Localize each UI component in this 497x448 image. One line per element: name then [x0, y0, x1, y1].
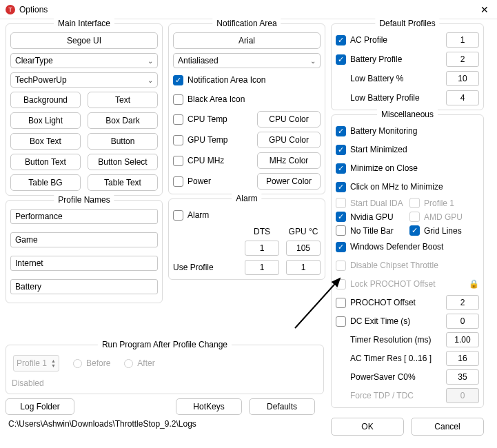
button-select-button[interactable]: Button Select — [88, 154, 158, 170]
render-mode-select[interactable]: ClearType ⌄ — [10, 53, 158, 68]
no-title-bar-checkbox[interactable] — [336, 225, 346, 236]
ac-timer-res-label: AC Timer Res [ 0..16 ] — [350, 354, 442, 363]
profile-4-input[interactable]: Battery — [10, 279, 158, 294]
group-title: Default Profiles — [375, 19, 439, 28]
timer-resolution-label: Timer Resolution (ms) — [350, 335, 442, 345]
hotkeys-button[interactable]: HotKeys — [176, 398, 242, 415]
chevron-down-icon: ⌄ — [148, 77, 153, 84]
start-minimized-label: Start Minimized — [350, 145, 407, 154]
ok-button[interactable]: OK — [331, 418, 404, 436]
use-profile-dts-input[interactable]: 1 — [245, 260, 279, 275]
group-title: Notification Area — [212, 19, 281, 28]
dc-exit-time-input[interactable]: 0 — [446, 314, 479, 329]
group-title: Miscellaneous — [377, 110, 438, 119]
cancel-button[interactable]: Cancel — [411, 418, 484, 436]
close-icon[interactable]: ✕ — [478, 4, 491, 15]
table-text-button[interactable]: Table Text — [88, 174, 158, 191]
amd-gpu-label: AMD GPU — [424, 212, 463, 222]
powersaver-c0-input[interactable]: 35 — [446, 369, 479, 385]
miscellaneous-group: Miscellaneous Battery Monitoring Start M… — [331, 114, 484, 408]
battery-profile-input[interactable]: 2 — [446, 52, 479, 67]
prochot-offset-label: PROCHOT Offset — [350, 298, 442, 307]
chevron-down-icon: ⌄ — [148, 57, 153, 65]
na-render-select[interactable]: Antialiased ⌄ — [173, 53, 321, 68]
box-dark-button[interactable]: Box Dark — [88, 112, 158, 129]
ac-profile-input[interactable]: 1 — [446, 32, 479, 48]
main-interface-group: Main Interface Segoe UI ClearType ⌄ Tech… — [6, 23, 163, 196]
ac-profile-checkbox[interactable] — [336, 35, 346, 45]
low-battery-pct-label: Low Battery % — [350, 74, 442, 83]
disable-chipset-throttle-label: Disable Chipset Throttle — [350, 261, 438, 270]
na-icon-label: Notification Area Icon — [187, 75, 265, 85]
prochot-offset-checkbox[interactable] — [336, 298, 346, 308]
start-minimized-checkbox[interactable] — [336, 145, 346, 155]
log-folder-button[interactable]: Log Folder — [6, 398, 74, 415]
font-button[interactable]: Segoe UI — [10, 32, 158, 49]
button-text-button[interactable]: Button Text — [10, 154, 81, 170]
group-title: Profile Names — [54, 195, 114, 205]
after-radio — [124, 359, 133, 368]
profile-2-input[interactable]: Game — [10, 232, 158, 247]
gpu-temp-label: GPU Temp — [187, 135, 227, 145]
na-icon-checkbox[interactable] — [173, 75, 183, 85]
click-mhz-minimize-label: Click on MHz to Minimize — [350, 182, 443, 192]
lock-prochot-offset-checkbox — [336, 279, 346, 289]
profile-spinner-value: Profile 1 — [17, 358, 47, 368]
dc-exit-time-checkbox[interactable] — [336, 316, 346, 327]
cpu-temp-checkbox[interactable] — [173, 114, 183, 125]
button-color-button[interactable]: Button — [88, 133, 158, 150]
profile-1-input[interactable]: Performance — [10, 209, 158, 224]
powersaver-c0-label: PowerSaver C0% — [350, 372, 442, 382]
app-icon: T — [6, 5, 15, 14]
theme-select[interactable]: TechPowerUp ⌄ — [10, 72, 158, 88]
box-text-button[interactable]: Box Text — [10, 133, 81, 150]
prochot-offset-input[interactable]: 2 — [446, 295, 479, 310]
dts-header: DTS — [245, 227, 279, 236]
use-profile-label: Use Profile — [173, 263, 238, 272]
grid-lines-checkbox[interactable] — [409, 225, 420, 236]
na-font-button[interactable]: Arial — [173, 32, 321, 49]
gpu-c-input[interactable]: 105 — [286, 241, 321, 256]
nvidia-gpu-checkbox[interactable] — [336, 212, 346, 222]
profile-3-input[interactable]: Internet — [10, 256, 158, 271]
before-radio — [73, 359, 82, 368]
background-button[interactable]: Background — [10, 92, 81, 108]
defaults-button[interactable]: Defaults — [249, 398, 315, 415]
alarm-checkbox[interactable] — [173, 210, 183, 221]
cpu-color-button[interactable]: CPU Color — [257, 111, 321, 128]
group-title: Main Interface — [54, 19, 114, 28]
profile-names-group: Profile Names Performance Game Internet … — [6, 200, 163, 303]
battery-monitoring-label: Battery Monitoring — [350, 126, 417, 136]
lock-prochot-offset-label: Lock PROCHOT Offset — [350, 279, 465, 289]
battery-monitoring-checkbox[interactable] — [336, 126, 346, 136]
box-light-button[interactable]: Box Light — [10, 112, 81, 129]
select-value: TechPowerUp — [15, 75, 67, 85]
ac-timer-res-input[interactable]: 16 — [446, 351, 479, 366]
timer-resolution-input[interactable]: 1.00 — [446, 332, 479, 347]
ac-profile-label: AC Profile — [350, 35, 442, 45]
power-checkbox[interactable] — [173, 176, 183, 187]
cpu-mhz-checkbox[interactable] — [173, 156, 183, 166]
amd-gpu-checkbox — [409, 212, 420, 222]
mhz-color-button[interactable]: MHz Color — [257, 152, 321, 169]
use-profile-gpu-input[interactable]: 1 — [286, 260, 321, 275]
dts-input[interactable]: 1 — [245, 241, 279, 256]
cpu-mhz-label: CPU MHz — [187, 156, 224, 165]
table-bg-button[interactable]: Table BG — [10, 174, 81, 191]
disable-chipset-throttle-checkbox — [336, 261, 346, 271]
black-icon-checkbox[interactable] — [173, 94, 183, 105]
battery-profile-checkbox[interactable] — [336, 54, 346, 65]
gpu-temp-checkbox[interactable] — [173, 135, 183, 145]
windows-defender-boost-checkbox[interactable] — [336, 242, 346, 252]
click-mhz-minimize-checkbox[interactable] — [336, 182, 346, 192]
minimize-on-close-checkbox[interactable] — [336, 163, 346, 174]
text-button[interactable]: Text — [88, 92, 158, 108]
black-icon-label: Black Area Icon — [187, 94, 245, 104]
gpu-color-button[interactable]: GPU Color — [257, 132, 321, 148]
power-color-button[interactable]: Power Color — [257, 173, 321, 190]
low-battery-pct-input[interactable]: 10 — [446, 71, 479, 86]
alarm-label: Alarm — [187, 210, 209, 220]
low-battery-profile-input[interactable]: 4 — [446, 90, 479, 105]
start-dual-ida-checkbox — [336, 198, 346, 208]
cpu-temp-label: CPU Temp — [187, 114, 227, 124]
